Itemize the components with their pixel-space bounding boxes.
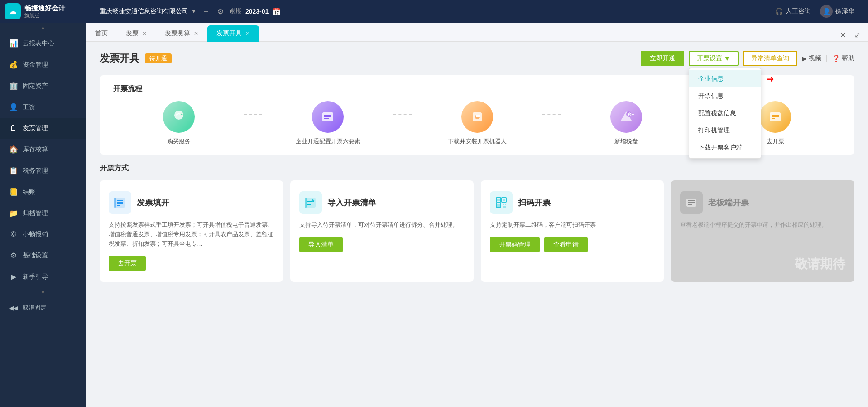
sidebar-item-invoice-mgmt[interactable]: 🗒 发票管理 xyxy=(0,118,86,139)
go-invoice-label: 去开票 xyxy=(767,137,784,145)
boss-invoice-icon xyxy=(680,191,703,214)
page-header: 发票开具 待开通 立即开通 开票设置 ▼ 企业信息 ➜ xyxy=(100,51,854,66)
flow-connector-1 xyxy=(244,114,262,115)
import-list-icon xyxy=(299,191,322,214)
sidebar-scroll-up[interactable]: ▲ xyxy=(0,23,86,33)
sidebar: ▲ 📊 云报表中心 💰 资金管理 🏢 固定资产 👤 工资 🗒 发票管理 🏠 库存… xyxy=(0,23,86,407)
flow-connector-3 xyxy=(542,114,561,115)
sidebar-item-label: 归档管理 xyxy=(23,209,48,218)
main-content: 首页 发票 ✕ 发票测算 ✕ 发票开具 ✕ ✕ ⤢ 发票开具 待开通 立即开通 xyxy=(86,23,868,407)
tab-maximize-btn[interactable]: ⤢ xyxy=(851,29,863,41)
method-card-fill-invoice: 发票填开 支持按照发票样式手工填开发票；可开具增值税电子普通发票、增值税普通发票… xyxy=(100,180,283,282)
sidebar-item-label: 基础设置 xyxy=(23,252,48,260)
sidebar-item-label: 库存核算 xyxy=(23,145,48,154)
sidebar-item-fund-mgmt[interactable]: 💰 资金管理 xyxy=(0,54,86,75)
settings-icon[interactable]: ⚙ xyxy=(217,7,224,16)
sidebar-item-cloud-report[interactable]: 📊 云报表中心 xyxy=(0,33,86,54)
accounting-icon: 📒 xyxy=(9,188,18,196)
sidebar-item-label: 小畅报销 xyxy=(23,230,48,238)
tab-home[interactable]: 首页 xyxy=(86,25,117,42)
scan-invoice-icon xyxy=(490,191,513,214)
sidebar-item-label: 结账 xyxy=(23,188,35,196)
dropdown-item-tax-disk-info[interactable]: 配置税盘信息 xyxy=(689,105,761,122)
flow-step-tax-disk: 税+ 新增税盘 xyxy=(561,101,691,145)
tab-invoice-close[interactable]: ✕ xyxy=(142,30,147,37)
tab-invoice[interactable]: 发票 ✕ xyxy=(117,25,156,42)
dropdown-item-company-info[interactable]: 企业信息 ➜ xyxy=(689,70,761,87)
new-guide-icon: ▶ xyxy=(9,272,18,281)
tab-invoice-calc-close[interactable]: ✕ xyxy=(194,30,198,37)
svg-rect-36 xyxy=(503,206,506,208)
svg-rect-32 xyxy=(503,199,505,201)
help-button[interactable]: 🎧 人工咨询 xyxy=(775,7,811,15)
sidebar-item-fixed-assets[interactable]: 🏢 固定资产 xyxy=(0,75,86,97)
go-invoice-icon xyxy=(759,101,791,133)
company-selector[interactable]: 重庆畅捷交通信息咨询有限公司 ▼ xyxy=(100,7,197,15)
sidebar-item-basic-settings[interactable]: ⚙ 基础设置 xyxy=(0,245,86,266)
svg-rect-35 xyxy=(505,204,506,205)
fill-invoice-header: 发票填开 xyxy=(109,191,274,214)
add-icon[interactable]: ＋ xyxy=(202,6,210,17)
tab-bar-right: ✕ ⤢ xyxy=(836,29,868,41)
settings-dropdown-menu: 企业信息 ➜ 开票信息 配置税盘信息 打印机管理 下 xyxy=(689,68,761,159)
video-button[interactable]: ▶ 视频 xyxy=(802,54,821,63)
sidebar-scroll-down[interactable]: ▼ xyxy=(0,287,86,297)
svg-rect-33 xyxy=(497,204,500,207)
boss-invoice-desc: 查看老板端小程序提交的开票申请，并作出相应的处理。 xyxy=(680,220,845,230)
scan-invoice-name: 扫码开票 xyxy=(518,197,551,208)
import-list-header: 导入开票清单 xyxy=(299,191,465,214)
view-apply-btn[interactable]: 查看申请 xyxy=(544,237,588,252)
tab-invoice-calc[interactable]: 发票测算 ✕ xyxy=(156,25,207,42)
scan-invoice-actions: 开票码管理 查看申请 xyxy=(490,237,655,252)
svg-text:税+: 税+ xyxy=(627,112,634,117)
fill-invoice-desc: 支持按照发票样式手工填开发票；可开具增值税电子普通发票、增值税普通发票、增值税专… xyxy=(109,220,274,248)
unpin-icon: ◀◀ xyxy=(9,305,18,311)
config-label: 企业开通配置开票六要素 xyxy=(296,137,360,145)
sidebar-item-inventory[interactable]: 🏠 库存核算 xyxy=(0,139,86,160)
import-list-btn[interactable]: 导入清单 xyxy=(299,237,343,252)
tab-invoice-open[interactable]: 发票开具 ✕ xyxy=(207,25,259,42)
app-title: 畅捷通好会计 xyxy=(24,4,65,12)
svg-rect-24 xyxy=(305,198,307,208)
logo-area: ☁ 畅捷通好会计 旗舰版 xyxy=(5,3,91,19)
calendar-icon[interactable]: 📅 xyxy=(272,7,281,16)
sidebar-item-salary[interactable]: 👤 工资 xyxy=(0,97,86,118)
dropdown-item-printer-mgmt[interactable]: 打印机管理 xyxy=(689,122,761,139)
activate-button[interactable]: 立即开通 xyxy=(641,51,684,66)
go-invoice-action-btn[interactable]: 去开票 xyxy=(109,256,146,271)
svg-rect-34 xyxy=(503,204,504,205)
sidebar-item-label: 税务管理 xyxy=(23,167,48,175)
avatar: 👤 xyxy=(820,5,833,18)
sidebar-item-tax-mgmt[interactable]: 📋 税务管理 xyxy=(0,160,86,181)
buy-service-label: 购买服务 xyxy=(167,137,191,145)
methods-grid: 发票填开 支持按照发票样式手工填开发票；可开具增值税电子普通发票、增值税普通发票… xyxy=(100,180,854,282)
sidebar-item-label: 固定资产 xyxy=(23,82,48,90)
tab-invoice-open-close[interactable]: ✕ xyxy=(245,30,250,37)
period-label: 账期 xyxy=(229,7,242,15)
page-title: 发票开具 xyxy=(100,52,139,65)
dropdown-item-invoice-info[interactable]: 开票信息 xyxy=(689,87,761,105)
download-label: 下载并安装开票机器人 xyxy=(448,137,507,145)
sidebar-cancel-pin[interactable]: ◀◀ 取消固定 xyxy=(0,297,86,318)
cloud-report-icon: 📊 xyxy=(9,39,18,48)
settings-button[interactable]: 开票设置 ▼ xyxy=(689,51,739,66)
import-list-name: 导入开票清单 xyxy=(327,197,376,208)
sidebar-item-new-guide[interactable]: ▶ 新手引导 xyxy=(0,266,86,287)
query-button[interactable]: 异常清单查询 xyxy=(743,51,797,66)
company-name: 重庆畅捷交通信息咨询有限公司 xyxy=(100,7,188,15)
scan-invoice-desc: 支持定制开票二维码，客户端可扫码开票 xyxy=(490,220,655,230)
dropdown-item-download-client[interactable]: 下载开票客户端 xyxy=(689,139,761,156)
tab-close-btn[interactable]: ✕ xyxy=(836,29,849,41)
help-link[interactable]: ❓ 帮助 xyxy=(832,54,854,63)
red-arrow-icon: ➜ xyxy=(767,73,774,84)
sidebar-item-archive[interactable]: 📁 归档管理 xyxy=(0,203,86,224)
status-badge: 待开通 xyxy=(145,53,172,63)
sidebar-item-accounting[interactable]: 📒 结账 xyxy=(0,181,86,203)
sidebar-item-xiaochang[interactable]: © 小畅报销 xyxy=(0,224,86,245)
page-title-area: 发票开具 待开通 xyxy=(100,52,172,65)
tab-bar: 首页 发票 ✕ 发票测算 ✕ 发票开具 ✕ ✕ ⤢ xyxy=(86,23,868,42)
user-name: 徐泽华 xyxy=(835,7,854,15)
user-area[interactable]: 👤 徐泽华 xyxy=(820,5,854,18)
help-label: 人工咨询 xyxy=(786,7,811,15)
qrcode-mgmt-btn[interactable]: 开票码管理 xyxy=(490,237,540,252)
